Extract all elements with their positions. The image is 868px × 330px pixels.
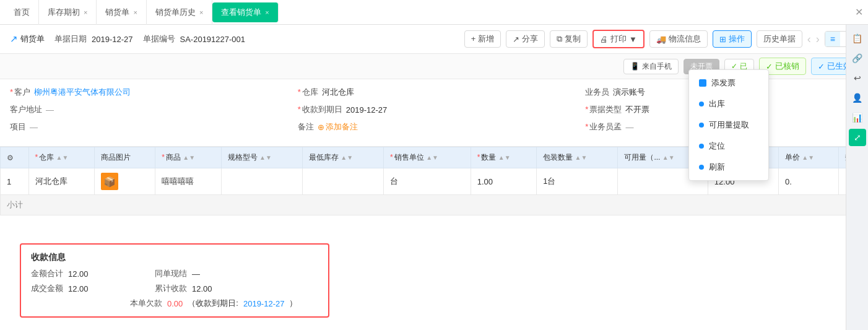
tab-view-close[interactable]: × xyxy=(265,9,269,16)
mobile-button[interactable]: 📱 来自手机 xyxy=(623,59,679,74)
share-button[interactable]: ↗ 分享 xyxy=(506,30,545,48)
address-label: 客户地址 xyxy=(10,104,42,115)
same-settle-label: 同单现结 xyxy=(155,268,187,279)
tab-history-close[interactable]: × xyxy=(199,9,203,16)
tab-inventory-close[interactable]: × xyxy=(84,9,87,16)
copy-button[interactable]: ⧉ 复制 xyxy=(550,30,588,48)
same-settle-value: — xyxy=(192,269,200,279)
sidebar-icon-chart[interactable]: 📊 xyxy=(849,109,866,126)
owed-label: 本单欠款 xyxy=(130,298,162,309)
operate-icon: ⊞ xyxy=(719,35,726,44)
sort-pack-icon[interactable]: ▲▼ xyxy=(575,154,588,161)
payment-date-label: 收款到期日 xyxy=(298,104,342,115)
dropdown-item-outstock[interactable]: 出库 xyxy=(689,93,768,115)
tab-home[interactable]: 首页 xyxy=(5,0,39,25)
th-spec: 规格型号 ▲▼ xyxy=(221,147,302,168)
total-received-label: 累计收款 xyxy=(155,283,187,294)
payment-section: 收款信息 金额合计 12.00 同单现结 — 成交金额 12.00 xyxy=(0,233,868,330)
nav-prev-icon[interactable]: ‹ xyxy=(807,33,811,46)
doc-type-icon: ↗ xyxy=(10,33,18,45)
tab-view-sales[interactable]: 查看销货单 × xyxy=(212,2,278,22)
nav-next-icon[interactable]: › xyxy=(816,33,820,46)
sort-unit-icon[interactable]: ▲▼ xyxy=(426,154,438,161)
deal-amount-label: 成交金额 xyxy=(31,283,63,294)
note-field: 备注 ⊕ 添加备注 xyxy=(298,121,571,132)
payment-date-value: 2019-12-27 xyxy=(346,105,388,115)
dropdown-refresh-label: 刷新 xyxy=(709,162,725,173)
settings-icon[interactable]: ⚙ xyxy=(7,154,14,162)
new-button[interactable]: + 新增 xyxy=(464,30,501,48)
tab-sales-label: 销货单 xyxy=(105,7,129,18)
sort-min-stock-icon[interactable]: ▲▼ xyxy=(341,154,353,161)
doc-type-label: 销货单 xyxy=(20,33,45,45)
cell-price: 0. xyxy=(778,168,838,195)
doc-type-badge: ↗ 销货单 xyxy=(10,33,45,45)
tab-sales-history[interactable]: 销货单历史 × xyxy=(147,0,212,25)
tab-home-label: 首页 xyxy=(14,7,30,18)
tab-view-label: 查看销货单 xyxy=(221,7,261,18)
outstock-icon xyxy=(699,102,704,106)
customer-value[interactable]: 柳州粤港平安气体有限公司 xyxy=(34,87,131,98)
ticket-value: 不开票 xyxy=(625,104,649,115)
th-settings[interactable]: ⚙ xyxy=(1,147,29,168)
sidebar-icon-user[interactable]: 👤 xyxy=(849,89,866,106)
sort-warehouse-icon[interactable]: ▲▼ xyxy=(56,154,69,161)
staff-label: 业务员 xyxy=(585,87,609,98)
add-note-button[interactable]: ⊕ 添加备注 xyxy=(318,121,358,132)
owed-date: 2019-12-27 xyxy=(243,299,285,308)
deal-amount-item: 成交金额 12.00 xyxy=(31,283,130,294)
customer-label: 客户 xyxy=(10,87,30,98)
tab-sales-close[interactable]: × xyxy=(133,9,137,16)
doc-date-label: 单据日期 2019-12-27 xyxy=(54,33,133,45)
th-product: 商品 ▲▼ xyxy=(155,147,222,168)
sort-spec-icon[interactable]: ▲▼ xyxy=(259,154,272,161)
mobile-icon: 📱 xyxy=(630,62,640,71)
warehouse-label: 仓库 xyxy=(298,87,318,98)
operate-button[interactable]: ⊞ 操作 xyxy=(713,30,752,48)
dropdown-item-invoice[interactable]: 添发票 xyxy=(689,72,768,93)
th-min-stock: 最低库存 ▲▼ xyxy=(302,147,383,168)
note-label: 备注 xyxy=(298,121,314,132)
project-value: — xyxy=(30,123,38,132)
doc-toolbar: ↗ 销货单 单据日期 2019-12-27 单据编号 SA-20191227-0… xyxy=(0,25,868,54)
top-tabs-bar: 首页 库存期初 × 销货单 × 销货单历史 × 查看销货单 × ✕ xyxy=(0,0,868,25)
th-price: 单价 ▲▼ xyxy=(778,147,838,168)
invoice-icon xyxy=(699,79,706,87)
sort-qty-icon[interactable]: ▲▼ xyxy=(498,154,511,161)
project-field: 项目 — xyxy=(10,121,283,132)
th-unit: 销售单位 ▲▼ xyxy=(384,147,471,168)
operate-dropdown-menu: 添发票 出库 可用量提取 定位 刷新 xyxy=(688,69,769,181)
cell-product: 嘻嘻嘻嘻 xyxy=(155,168,222,195)
doc-number-label: 单据编号 SA-20191227-001 xyxy=(143,33,246,45)
logistics-button[interactable]: 🚚 物流信息 xyxy=(649,30,708,48)
window-close-button[interactable]: ✕ xyxy=(855,6,863,18)
sidebar-icon-return[interactable]: ↩ xyxy=(849,69,866,87)
list-view-button[interactable]: ≡ xyxy=(825,32,840,46)
history-button[interactable]: 历史单据 xyxy=(757,30,802,48)
staff-value: 演示账号 xyxy=(613,87,645,98)
th-image: 商品图片 xyxy=(95,147,155,168)
dropdown-item-available[interactable]: 可用量提取 xyxy=(689,115,768,136)
subtotal-label: 小计 xyxy=(1,195,868,215)
sidebar-icon-expand[interactable]: ⤢ xyxy=(849,129,866,146)
cell-warehouse: 河北仓库 xyxy=(28,168,95,195)
staff2-label: 业务员孟 xyxy=(585,121,622,132)
sort-avail-icon[interactable]: ▲▼ xyxy=(662,154,675,161)
sort-price-icon[interactable]: ▲▼ xyxy=(802,154,814,161)
dropdown-item-refresh[interactable]: 刷新 xyxy=(689,157,768,178)
sidebar-icon-link[interactable]: 🔗 xyxy=(849,50,866,67)
project-label: 项目 xyxy=(10,121,26,132)
tab-sales-order[interactable]: 销货单 × xyxy=(97,0,146,25)
dropdown-outstock-label: 出库 xyxy=(709,98,725,110)
same-settle-item: 同单现结 — xyxy=(155,268,254,279)
print-button[interactable]: 🖨 打印 ▼ xyxy=(592,30,644,48)
dropdown-item-locate[interactable]: 定位 xyxy=(689,136,768,157)
print-arrow-icon: ▼ xyxy=(629,35,637,44)
cell-pack-qty: 1台 xyxy=(537,168,618,195)
refresh-icon xyxy=(699,165,704,170)
payment-box: 收款信息 金额合计 12.00 同单现结 — 成交金额 12.00 xyxy=(20,243,329,318)
tab-inventory-init[interactable]: 库存期初 × xyxy=(39,0,97,25)
sidebar-icon-clipboard[interactable]: 📋 xyxy=(849,30,866,47)
sort-product-icon[interactable]: ▲▼ xyxy=(183,154,195,161)
staff2-value: — xyxy=(625,123,633,132)
